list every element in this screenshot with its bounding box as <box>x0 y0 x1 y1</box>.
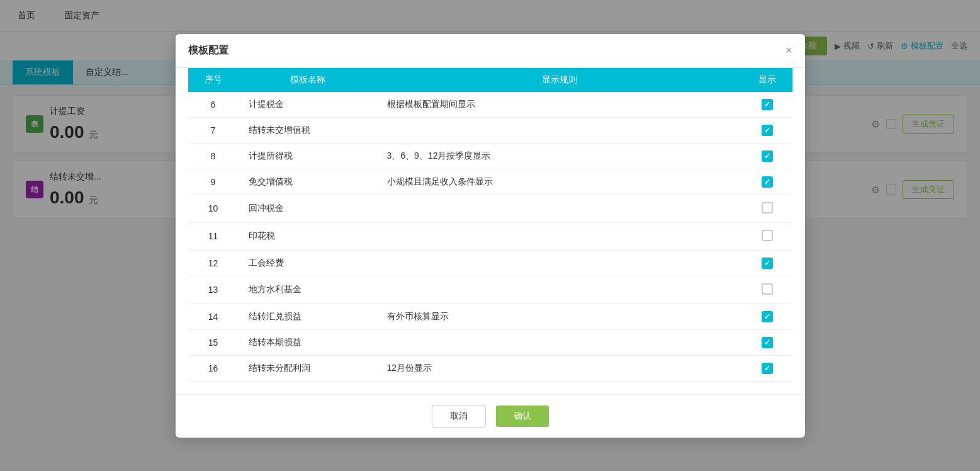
table-row: 8计提所得税3、6、9、12月按季度显示 <box>188 143 792 169</box>
cell-id: 12 <box>188 250 239 276</box>
display-checkbox[interactable] <box>762 150 773 162</box>
cell-display <box>742 329 792 355</box>
cell-display <box>742 169 792 195</box>
cell-display <box>742 222 792 250</box>
cell-rule: 有外币核算显示 <box>377 304 742 329</box>
cell-id: 6 <box>188 92 239 118</box>
table-row: 6计提税金根据模板配置期间显示 <box>188 92 792 118</box>
col-header-display: 显示 <box>742 68 792 92</box>
cell-name: 结转未分配利润 <box>239 355 377 381</box>
cell-name: 工会经费 <box>239 250 377 276</box>
cell-rule <box>377 195 742 222</box>
cell-display <box>742 92 792 118</box>
cell-rule <box>377 276 742 304</box>
table-row: 7结转未交增值税 <box>188 117 792 143</box>
cell-id: 9 <box>188 169 239 195</box>
table-row: 15结转本期损益 <box>188 329 792 355</box>
cell-display <box>742 276 792 304</box>
cell-name: 结转本期损益 <box>239 329 377 355</box>
cell-name: 地方水利基金 <box>239 276 377 304</box>
cell-name: 计提所得税 <box>239 143 377 169</box>
display-checkbox[interactable] <box>762 337 773 348</box>
cell-rule: 小规模且满足收入条件显示 <box>377 169 742 195</box>
cell-id: 11 <box>188 222 239 250</box>
cell-rule <box>377 329 742 355</box>
cancel-button[interactable]: 取消 <box>432 405 486 428</box>
cell-id: 14 <box>188 304 239 329</box>
cell-name: 免交增值税 <box>239 169 377 195</box>
display-checkbox[interactable] <box>762 230 773 241</box>
modal-body: 序号 模板名称 显示规则 显示 6计提税金根据模板配置期间显示7结转未交增值税8… <box>176 68 805 394</box>
table-row: 9免交增值税小规模且满足收入条件显示 <box>188 169 792 195</box>
table-row: 14结转汇兑损益有外币核算显示 <box>188 304 792 329</box>
table-header-row: 序号 模板名称 显示规则 显示 <box>188 68 792 92</box>
display-checkbox[interactable] <box>762 363 773 374</box>
cell-display <box>742 117 792 143</box>
modal-template-config: 模板配置 × 序号 模板名称 显示规则 显示 6计提税金根据模板配置期间显示7结… <box>176 34 805 438</box>
table-body: 6计提税金根据模板配置期间显示7结转未交增值税8计提所得税3、6、9、12月按季… <box>188 92 792 382</box>
cell-id: 13 <box>188 276 239 304</box>
cell-id: 7 <box>188 117 239 143</box>
modal-header: 模板配置 × <box>176 34 805 68</box>
cell-display <box>742 250 792 276</box>
display-checkbox[interactable] <box>762 176 773 188</box>
config-table: 序号 模板名称 显示规则 显示 6计提税金根据模板配置期间显示7结转未交增值税8… <box>188 68 792 382</box>
cell-name: 结转汇兑损益 <box>239 304 377 329</box>
modal-title: 模板配置 <box>188 44 228 57</box>
display-checkbox[interactable] <box>762 283 773 295</box>
cell-id: 15 <box>188 329 239 355</box>
cell-display <box>742 355 792 381</box>
table-row: 10回冲税金 <box>188 195 792 222</box>
cell-display <box>742 304 792 329</box>
cell-id: 16 <box>188 355 239 381</box>
modal-overlay: 模板配置 × 序号 模板名称 显示规则 显示 6计提税金根据模板配置期间显示7结… <box>0 0 980 471</box>
cell-name: 回冲税金 <box>239 195 377 222</box>
cell-rule: 12月份显示 <box>377 355 742 381</box>
cell-rule <box>377 250 742 276</box>
cell-display <box>742 195 792 222</box>
col-header-id: 序号 <box>188 68 239 92</box>
table-row: 12工会经费 <box>188 250 792 276</box>
cell-id: 8 <box>188 143 239 169</box>
display-checkbox[interactable] <box>762 311 773 322</box>
cell-rule: 3、6、9、12月按季度显示 <box>377 143 742 169</box>
display-checkbox[interactable] <box>762 258 773 269</box>
modal-footer: 取消 确认 <box>176 394 805 438</box>
display-checkbox[interactable] <box>762 202 773 213</box>
display-checkbox[interactable] <box>762 125 773 136</box>
col-header-rule: 显示规则 <box>377 68 742 92</box>
cell-display <box>742 143 792 169</box>
cell-rule <box>377 222 742 250</box>
confirm-button[interactable]: 确认 <box>496 406 549 427</box>
col-header-name: 模板名称 <box>239 68 377 92</box>
display-checkbox[interactable] <box>762 99 773 110</box>
modal-close-button[interactable]: × <box>786 45 792 56</box>
cell-name: 结转未交增值税 <box>239 117 377 143</box>
table-row: 16结转未分配利润12月份显示 <box>188 355 792 381</box>
cell-name: 计提税金 <box>239 92 377 118</box>
cell-rule: 根据模板配置期间显示 <box>377 92 742 118</box>
table-row: 11印花税 <box>188 222 792 250</box>
cell-id: 10 <box>188 195 239 222</box>
cell-rule <box>377 117 742 143</box>
table-row: 13地方水利基金 <box>188 276 792 304</box>
cell-name: 印花税 <box>239 222 377 250</box>
